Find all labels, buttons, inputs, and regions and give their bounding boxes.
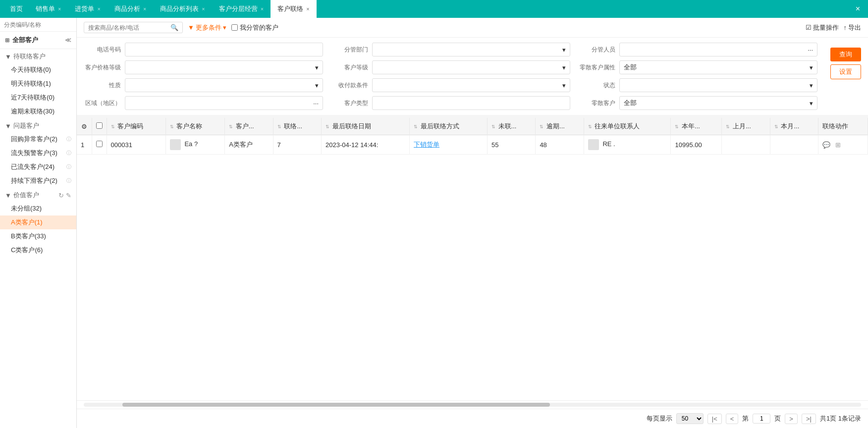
field-phone: 电话号码	[84, 43, 323, 56]
sidebar-collapse-btn[interactable]: ≪	[65, 37, 71, 44]
sidebar-section-pending[interactable]: ▼ 待联络客户	[0, 49, 76, 63]
my-customers-checkbox[interactable]: 我分管的客户	[231, 23, 278, 32]
cell-last-contact-date-value: 2023-04-12 14:44:	[326, 141, 378, 149]
nav-tab-analysis[interactable]: 商品分析 ×	[108, 0, 153, 18]
field-dept-label: 分管部门	[331, 46, 368, 54]
field-nature-select[interactable]: ▾	[125, 78, 323, 92]
sidebar-search-input[interactable]	[4, 21, 77, 28]
sidebar-item-loss-warning[interactable]: 流失预警客户(3) ⓘ	[0, 146, 76, 160]
field-phone-input[interactable]	[125, 43, 323, 56]
chevron-down-icon-scatter: ▾	[810, 64, 813, 71]
page-size-select[interactable]: 20 50 100	[676, 413, 704, 424]
col-last-contact-method: ⇅ 最后联络方式	[410, 118, 488, 135]
batch-op-btn[interactable]: ☑ 批量操作	[806, 23, 839, 32]
field-payment-select[interactable]: ▾	[372, 78, 570, 92]
field-scatter-customer-label: 零散客户	[578, 99, 615, 107]
sort-icon-uc: ⇅	[491, 124, 495, 129]
nav-tab-analysis-close[interactable]: ×	[143, 6, 146, 12]
nav-tab-purchase-close[interactable]: ×	[97, 6, 100, 12]
action-chat-icon[interactable]: 💬	[822, 141, 830, 149]
horizontal-scrollbar[interactable]	[84, 403, 861, 407]
nav-tab-sales[interactable]: 销售单 ×	[29, 0, 68, 18]
cell-this-year: 10995.00	[671, 135, 722, 155]
cell-contact-count: 7	[273, 135, 321, 155]
col-code-label: 客户编码	[117, 122, 143, 130]
sidebar-item-ungrouped[interactable]: 未分组(32)	[0, 202, 76, 215]
cell-this-month	[770, 135, 818, 155]
sidebar-section-value: ▼ 价值客户 ↻ ✎	[0, 188, 76, 202]
page-label: 第	[742, 414, 749, 423]
batch-icon: ☑	[806, 24, 812, 31]
sidebar-item-lost[interactable]: 已流失客户(24) ⓘ	[0, 160, 76, 174]
nav-tab-home[interactable]: 首页	[4, 0, 29, 18]
field-region-select[interactable]: ···	[125, 96, 323, 110]
sidebar-item-overdue[interactable]: 逾期未联络(30)	[0, 105, 76, 118]
page-number-input[interactable]	[753, 414, 770, 424]
field-person-select[interactable]: ···	[619, 43, 817, 56]
export-btn[interactable]: ↑ 导出	[844, 23, 862, 32]
sidebar-item-7days[interactable]: 近7天待联络(0)	[0, 91, 76, 105]
nav-tab-analysis-list[interactable]: 商品分析列表 ×	[153, 0, 212, 18]
cell-last-contact-method-value[interactable]: 下销货单	[414, 141, 439, 148]
edit-icon[interactable]: ✎	[66, 192, 71, 199]
settings-button[interactable]: 设置	[830, 64, 861, 79]
table-row: 1 000031 Ea ? A类客户	[77, 135, 868, 155]
prev-page-btn[interactable]: <	[726, 414, 739, 424]
arrow-down-icon: ▼	[5, 53, 11, 60]
select-all-checkbox[interactable]	[96, 122, 103, 129]
field-scatter-customer-select[interactable]: 全部 ▾	[619, 96, 817, 110]
table-container: ⚙ ⇅ 客户编码 ⇅ 客户名称	[77, 118, 868, 400]
field-scatter-attr-select[interactable]: 全部 ▾	[619, 60, 817, 74]
last-page-btn[interactable]: >|	[802, 414, 816, 424]
gear-icon[interactable]: ⚙	[81, 123, 87, 130]
nav-tab-sales-close[interactable]: ×	[58, 6, 61, 12]
field-scatter-attr-value: 全部	[624, 63, 637, 72]
sort-icon-cp: ⇅	[588, 124, 592, 129]
field-price-level-select[interactable]: ▾	[125, 60, 323, 74]
nav-tab-customer-segment[interactable]: 客户分层经营 ×	[212, 0, 271, 18]
row-checkbox[interactable]	[96, 141, 103, 147]
sidebar-item-class-c[interactable]: C类客户(6)	[0, 243, 76, 257]
field-customer-type-input[interactable]	[372, 96, 570, 110]
sidebar-item-abnormal[interactable]: 回购异常客户(2) ⓘ	[0, 132, 76, 146]
refresh-icon[interactable]: ↻	[58, 192, 64, 199]
sidebar-item-today[interactable]: 今天待联络(0)	[0, 63, 76, 77]
action-qr-icon[interactable]: ⊞	[835, 141, 841, 149]
sort-icon-name: ⇅	[170, 124, 174, 129]
query-button[interactable]: 查询	[830, 48, 861, 61]
nav-tab-customer-contact[interactable]: 客户联络 ×	[271, 0, 316, 18]
adv-filter-row-2: 客户价格等级 ▾ 客户等级 ▾	[84, 60, 817, 74]
my-customers-check-input[interactable]	[231, 24, 238, 31]
adv-filter-row-4: 区域（地区） ··· 客户类型 零散客户	[84, 96, 817, 110]
nav-close-all[interactable]: ×	[852, 4, 864, 13]
cell-index: 1	[77, 135, 92, 155]
col-last-contact-method-label: 最后联络方式	[421, 122, 459, 130]
field-dept-select[interactable]: ▾	[372, 43, 570, 56]
sidebar-section-problem[interactable]: ▼ 问题客户	[0, 118, 76, 132]
customer-avatar	[170, 139, 181, 150]
nav-tab-analysis-list-close[interactable]: ×	[202, 6, 205, 12]
cell-name-value: Ea ?	[184, 140, 198, 148]
filter-search-input[interactable]	[88, 24, 170, 31]
filter-search-wrap: 🔍	[84, 22, 183, 33]
my-customers-label: 我分管的客户	[240, 23, 278, 32]
sidebar-item-class-a[interactable]: A类客户(1)	[0, 215, 76, 229]
nav-tab-purchase[interactable]: 进货单 ×	[68, 0, 107, 18]
col-this-month: ⇅ 本月...	[770, 118, 818, 135]
first-page-btn[interactable]: |<	[707, 414, 722, 424]
scrollbar-thumb[interactable]	[122, 403, 550, 407]
sidebar-item-class-b[interactable]: B类客户(33)	[0, 229, 76, 243]
sidebar-section-problem-label: 问题客户	[13, 121, 39, 130]
chevron-down-icon-scatter2: ▾	[810, 100, 813, 107]
field-customer-level-select[interactable]: ▾	[372, 60, 570, 74]
nav-tab-customer-segment-close[interactable]: ×	[261, 6, 264, 12]
field-status-select[interactable]: ▾	[619, 78, 817, 92]
sidebar-item-tomorrow[interactable]: 明天待联络(1)	[0, 77, 76, 91]
sidebar-item-today-label: 今天待联络(0)	[11, 65, 51, 74]
sidebar-all-customers[interactable]: ⊞ 全部客户 ≪	[0, 32, 76, 49]
nav-tab-customer-contact-close[interactable]: ×	[306, 6, 309, 12]
filter-more-btn[interactable]: ▼ 更多条件 ▾	[188, 23, 226, 32]
next-page-btn[interactable]: >	[785, 414, 798, 424]
sidebar-item-declining[interactable]: 持续下滑客户(2) ⓘ	[0, 174, 76, 188]
col-customer-type: ⇅ 客户...	[225, 118, 273, 135]
